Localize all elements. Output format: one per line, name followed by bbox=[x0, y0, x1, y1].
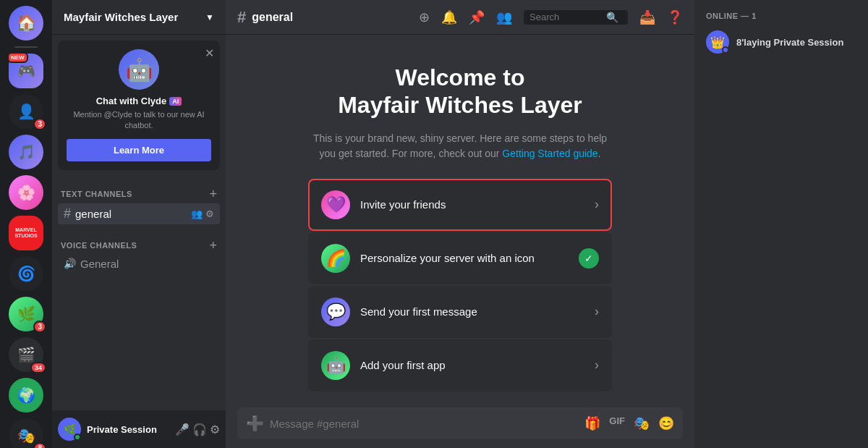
server-icon-marvel[interactable]: MARVELSTUDIOS bbox=[9, 216, 43, 250]
new-badge: NEW bbox=[7, 52, 28, 63]
voice-channels-label: VOICE CHANNELS bbox=[61, 241, 137, 250]
send-message-card[interactable]: 💬 Send your first message › bbox=[308, 286, 612, 338]
voice-channel-name: General bbox=[80, 258, 214, 270]
invite-icon[interactable]: 👥 bbox=[191, 208, 203, 219]
server-icon-3[interactable]: 🎵 bbox=[9, 135, 43, 169]
home-button[interactable]: 🏠 bbox=[9, 6, 43, 41]
clyde-title: Chat with Clyde AI bbox=[67, 96, 211, 106]
add-text-channel-icon[interactable]: + bbox=[209, 187, 217, 200]
voice-channel-general[interactable]: 🔊 General bbox=[58, 255, 220, 273]
server-icon-10[interactable]: 🎭 8 bbox=[9, 418, 43, 448]
ai-badge: AI bbox=[169, 97, 182, 106]
gift-icon[interactable]: 🎁 bbox=[584, 415, 600, 431]
user-avatar-wrap: 🌿 bbox=[58, 418, 81, 441]
badge-count: 3 bbox=[33, 118, 46, 130]
invite-friends-card[interactable]: 💜 Invite your friends › bbox=[308, 179, 612, 231]
text-channels-header[interactable]: TEXT CHANNELS + bbox=[58, 187, 220, 200]
member-name: 8'laying Private Session bbox=[736, 37, 856, 48]
server-icon-9[interactable]: 🌍 bbox=[9, 378, 43, 413]
member-avatar-wrap: 👑 ⭐ bbox=[706, 30, 729, 54]
help-icon[interactable]: ❓ bbox=[667, 9, 683, 25]
user-controls: 🎤 🎧 ⚙ bbox=[175, 423, 220, 436]
online-header: ONLINE — 1 bbox=[700, 12, 862, 20]
getting-started-link[interactable]: Getting Started guide bbox=[502, 148, 597, 159]
server-icon-8[interactable]: 🎬 34 bbox=[9, 337, 43, 372]
add-voice-channel-icon[interactable]: + bbox=[209, 239, 217, 252]
send-message-label: Send your first message bbox=[360, 305, 584, 318]
member-status-dot bbox=[722, 46, 729, 54]
threads-icon[interactable]: ⊕ bbox=[419, 9, 430, 25]
server-divider bbox=[14, 46, 38, 48]
channel-header-actions: ⊕ 🔔 📌 👥 🔍 📥 ❓ bbox=[419, 9, 683, 25]
message-add-icon[interactable]: ➕ bbox=[246, 415, 264, 432]
server-icon-2[interactable]: 👤 3 bbox=[9, 94, 43, 129]
crown-icon: ⭐ bbox=[723, 30, 729, 34]
chevron-right-icon: › bbox=[595, 197, 599, 212]
notifications-icon[interactable]: 🔔 bbox=[441, 9, 457, 25]
search-input[interactable] bbox=[529, 12, 602, 22]
gif-icon[interactable]: GIF bbox=[609, 415, 625, 431]
user-status-dot bbox=[74, 434, 81, 441]
hash-icon: # bbox=[64, 206, 71, 221]
welcome-title: Welcome to Mayfair Witches Layer bbox=[338, 64, 582, 119]
message-input[interactable] bbox=[270, 418, 579, 430]
channel-item-general[interactable]: # general 👥 ⚙ bbox=[58, 203, 220, 224]
server-bar: 🏠 NEW 🎮 👤 3 🎵 🌸 MARVELSTUDIOS 🌀 🌿 3 🎬 34… bbox=[0, 0, 52, 448]
badge-count: 3 bbox=[33, 321, 46, 333]
badge-count: 34 bbox=[30, 362, 46, 373]
voice-channels-section: VOICE CHANNELS + 🔊 General bbox=[52, 227, 226, 276]
user-name: Private Session bbox=[87, 424, 169, 435]
badge-count: 8 bbox=[33, 442, 46, 448]
close-icon[interactable]: ✕ bbox=[205, 46, 214, 60]
add-app-label: Add your first app bbox=[360, 359, 584, 371]
channel-actions: 👥 ⚙ bbox=[191, 208, 214, 219]
members-icon[interactable]: 👥 bbox=[496, 9, 512, 25]
emoji-icon[interactable]: 😊 bbox=[658, 415, 674, 431]
member-info: 8'laying Private Session bbox=[736, 37, 856, 48]
sticker-icon[interactable]: 🎭 bbox=[634, 415, 650, 431]
personalize-label: Personalize your server with an icon bbox=[360, 252, 569, 264]
user-info: Private Session bbox=[87, 424, 169, 435]
search-icon: 🔍 bbox=[606, 12, 618, 23]
inbox-icon[interactable]: 📥 bbox=[639, 9, 655, 25]
add-app-card[interactable]: 🤖 Add your first app › bbox=[308, 339, 612, 392]
deafen-icon[interactable]: 🎧 bbox=[192, 423, 207, 436]
sidebar: Mayfair Witches Layer ▼ ✕ 🤖 Chat with Cl… bbox=[52, 0, 226, 448]
settings-icon[interactable]: ⚙ bbox=[205, 208, 214, 219]
settings-icon[interactable]: ⚙ bbox=[210, 423, 220, 436]
chevron-down-icon: ▼ bbox=[205, 12, 214, 22]
server-icon-7[interactable]: 🌿 3 bbox=[9, 297, 43, 331]
personalize-card[interactable]: 🌈 Personalize your server with an icon ✓ bbox=[308, 232, 612, 284]
clyde-avatar: 🤖 bbox=[119, 49, 159, 90]
check-mark: ✓ bbox=[579, 248, 599, 269]
mute-icon[interactable]: 🎤 bbox=[175, 423, 190, 436]
member-item[interactable]: 👑 ⭐ 8'laying Private Session bbox=[700, 26, 862, 58]
search-bar: 🔍 bbox=[524, 10, 628, 25]
pinned-icon[interactable]: 📌 bbox=[469, 9, 485, 25]
welcome-area: Welcome to Mayfair Witches Layer This is… bbox=[226, 35, 694, 399]
server-name: Mayfair Witches Layer bbox=[64, 11, 178, 23]
welcome-description: This is your brand new, shiny server. He… bbox=[308, 131, 612, 161]
message-input-wrap: ➕ 🎁 GIF 🎭 😊 bbox=[237, 407, 683, 439]
main-content: # general ⊕ 🔔 📌 👥 🔍 📥 ❓ Welcome to Mayfa… bbox=[226, 0, 694, 448]
voice-channels-header[interactable]: VOICE CHANNELS + bbox=[58, 239, 220, 252]
clyde-card: ✕ 🤖 Chat with Clyde AI Mention @Clyde to… bbox=[58, 41, 220, 170]
invite-icon: 💜 bbox=[321, 190, 350, 219]
chevron-right-icon: › bbox=[595, 304, 599, 319]
channel-header-hash-icon: # bbox=[237, 8, 246, 27]
channel-name: general bbox=[75, 208, 187, 220]
speaker-icon: 🔊 bbox=[64, 258, 76, 269]
server-icon-new[interactable]: NEW 🎮 bbox=[9, 54, 43, 88]
app-icon: 🤖 bbox=[321, 351, 350, 380]
user-panel: 🌿 Private Session 🎤 🎧 ⚙ bbox=[52, 410, 226, 448]
learn-more-button[interactable]: Learn More bbox=[67, 139, 211, 161]
clyde-description: Mention @Clyde to talk to our new AI cha… bbox=[67, 109, 211, 132]
action-cards: 💜 Invite your friends › 🌈 Personalize yo… bbox=[308, 179, 612, 392]
message-bar: ➕ 🎁 GIF 🎭 😊 bbox=[226, 399, 694, 448]
server-icon-4[interactable]: 🌸 bbox=[9, 175, 43, 210]
server-icon-6[interactable]: 🌀 bbox=[9, 256, 43, 291]
message-actions: 🎁 GIF 🎭 😊 bbox=[584, 415, 674, 431]
text-channels-section: TEXT CHANNELS + # general 👥 ⚙ bbox=[52, 176, 226, 227]
text-channels-label: TEXT CHANNELS bbox=[61, 190, 132, 198]
server-header[interactable]: Mayfair Witches Layer ▼ bbox=[52, 0, 226, 35]
